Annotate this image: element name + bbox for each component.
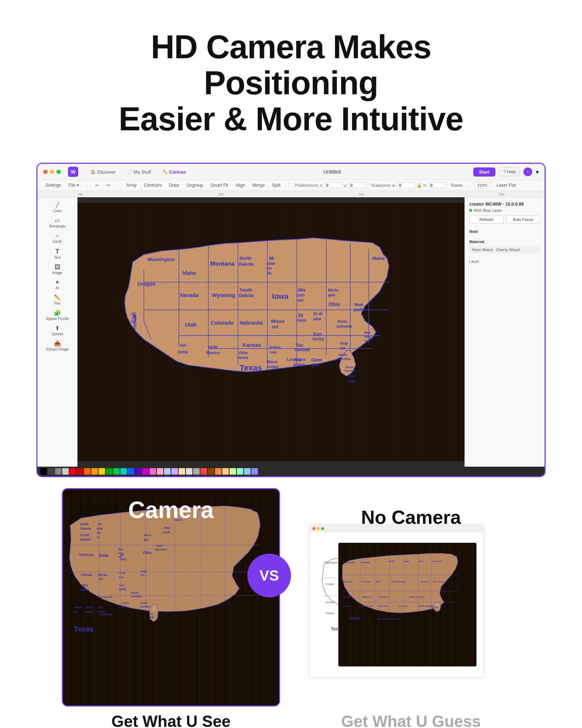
- color-bar: [37, 467, 545, 476]
- svg-text:Ken tucky: Ken tucky: [433, 581, 444, 583]
- material-section: Material 9mm Wood - Cherry Wood: [469, 240, 540, 253]
- tool-ai[interactable]: ✦ AI: [37, 277, 77, 293]
- pen-icon: ✏️: [54, 295, 61, 301]
- align-btn[interactable]: Align: [233, 182, 247, 189]
- color-swatch[interactable]: [135, 468, 141, 475]
- svg-text:Penn sylvania: Penn sylvania: [391, 581, 406, 583]
- color-swatch[interactable]: [230, 468, 236, 475]
- scale-h[interactable]: [428, 182, 446, 188]
- close-button[interactable]: [43, 170, 48, 174]
- svg-text:homa: homa: [238, 355, 248, 360]
- color-swatch[interactable]: [157, 468, 163, 475]
- tool-rectangle[interactable]: ▭ Rectangle: [37, 215, 77, 231]
- color-swatch[interactable]: [186, 468, 192, 475]
- minimize-button[interactable]: [50, 170, 54, 174]
- color-swatch[interactable]: [150, 468, 156, 475]
- start-button[interactable]: Start: [473, 167, 496, 177]
- tool-text[interactable]: T Text: [37, 246, 77, 262]
- color-swatch[interactable]: [164, 468, 171, 475]
- color-swatch[interactable]: [215, 468, 222, 475]
- page-title: HD Camera Makes Positioning Easier & Mor…: [109, 29, 473, 137]
- draw-btn[interactable]: Draw: [167, 182, 181, 189]
- svg-text:Utah: Utah: [185, 322, 196, 328]
- tool-jigsaw[interactable]: 🧩 Jigsaw Puzzle: [37, 308, 77, 323]
- tool-circle[interactable]: ○ Circle: [37, 231, 77, 246]
- svg-text:ana: ana: [314, 316, 321, 321]
- app-document-title: Untitled: [198, 169, 466, 175]
- device-name: creator WC40W - 10.0.0.99: [469, 202, 540, 207]
- svg-text:nia: nia: [340, 346, 345, 350]
- toolbar-sep-3: [288, 182, 289, 189]
- svg-text:Missi ssippi: Missi ssippi: [378, 618, 390, 620]
- tab-discover[interactable]: 🏠 Discover: [85, 168, 121, 176]
- tool-upload[interactable]: ⬆ Upload: [37, 323, 77, 339]
- app-titlebar: W 🏠 Discover 📄 My Stuff ✏️ Canvas Untitl…: [37, 164, 545, 180]
- color-swatch[interactable]: [222, 468, 229, 475]
- color-swatch[interactable]: [208, 468, 214, 475]
- smartfit-btn[interactable]: Smart Fit: [208, 182, 230, 189]
- svg-text:Kansas: Kansas: [243, 342, 261, 348]
- color-swatch[interactable]: [251, 468, 258, 475]
- comparison-section: Camera: [36, 488, 546, 728]
- color-swatch[interactable]: [77, 468, 83, 475]
- color-swatch[interactable]: [62, 468, 69, 475]
- zoom-display[interactable]: 318%: [475, 182, 490, 189]
- svg-text:Carolina: Carolina: [344, 369, 356, 372]
- color-swatch[interactable]: [244, 468, 251, 475]
- tab-canvas[interactable]: ✏️ Canvas: [158, 168, 191, 176]
- color-swatch[interactable]: [99, 468, 105, 475]
- file-menu[interactable]: File ▾: [66, 182, 81, 189]
- color-swatch[interactable]: [200, 468, 207, 475]
- color-swatch[interactable]: [179, 468, 185, 475]
- canvas-area[interactable]: Washington Oregon Cali fornia Idaho Neva…: [77, 197, 465, 467]
- color-swatch[interactable]: [40, 468, 47, 475]
- color-swatch[interactable]: [84, 468, 91, 475]
- material-badge[interactable]: 9mm Wood - Cherry Wood: [469, 246, 540, 253]
- position-x[interactable]: [324, 182, 343, 188]
- color-swatch[interactable]: [69, 468, 76, 475]
- app-tabs: 🏠 Discover 📄 My Stuff ✏️ Canvas: [85, 168, 191, 176]
- help-button[interactable]: ? Help: [499, 167, 520, 176]
- toolbar-sep-2: [118, 182, 118, 189]
- scale-w[interactable]: [397, 182, 415, 188]
- svg-text:Washington: Washington: [324, 561, 338, 564]
- color-swatch[interactable]: [171, 468, 178, 475]
- ruler-marks: 160 200 250 300: [37, 193, 545, 196]
- tool-image[interactable]: 🖼 Image: [37, 262, 77, 277]
- color-swatch[interactable]: [55, 468, 61, 475]
- zoom-preset[interactable]: Laser Flat: [494, 182, 518, 189]
- color-swatch[interactable]: [142, 468, 149, 475]
- merge-btn[interactable]: Merge: [250, 182, 267, 189]
- tool-lines[interactable]: ╱ Lines: [37, 200, 77, 215]
- svg-text:Virgi: Virgi: [340, 341, 348, 345]
- tool-extract[interactable]: 📤 Extract Image: [37, 339, 77, 354]
- refresh-button[interactable]: Refresh: [469, 215, 504, 223]
- split-btn[interactable]: Split: [270, 182, 283, 189]
- color-swatch[interactable]: [106, 468, 112, 475]
- settings-menu[interactable]: Settings: [43, 182, 63, 189]
- ungroup-btn[interactable]: Ungroup: [184, 182, 205, 189]
- position-y[interactable]: [348, 182, 367, 188]
- svg-text:South: South: [240, 288, 252, 293]
- tab-mystuff[interactable]: 📄 My Stuff: [122, 168, 156, 176]
- laser-status-dot: [469, 209, 472, 212]
- svg-text:Louisiana: Louisiana: [287, 357, 306, 361]
- redo-btn[interactable]: ↪: [104, 182, 112, 189]
- color-swatch[interactable]: [113, 468, 120, 475]
- array-btn[interactable]: Array: [124, 182, 139, 189]
- svg-text:Mi: Mi: [98, 522, 102, 526]
- color-swatch[interactable]: [120, 468, 127, 475]
- undo-btn[interactable]: ↩: [93, 182, 101, 189]
- color-swatch[interactable]: [91, 468, 98, 475]
- maximize-button[interactable]: [56, 170, 61, 174]
- color-swatch[interactable]: [128, 468, 134, 475]
- svg-text:Nebraska: Nebraska: [240, 320, 263, 326]
- autofocus-button[interactable]: Auto Focus: [506, 215, 541, 223]
- position-field: Position(mm) x: y:: [295, 182, 367, 188]
- color-swatch[interactable]: [193, 468, 200, 475]
- svg-text:Carolina: Carolina: [140, 605, 150, 608]
- contours-btn[interactable]: Contours: [142, 182, 164, 189]
- tool-pen[interactable]: ✏️ Pen: [37, 293, 77, 308]
- color-swatch[interactable]: [48, 468, 54, 475]
- color-swatch[interactable]: [237, 468, 243, 475]
